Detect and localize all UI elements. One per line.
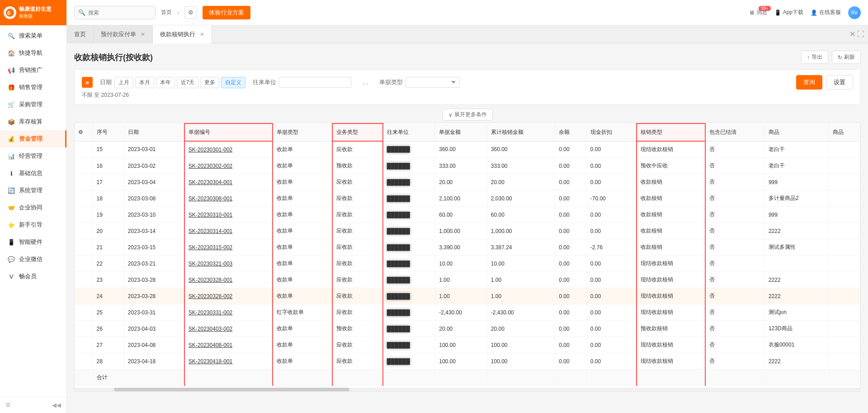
filter-last-month-btn[interactable]: 上月 [114,77,133,88]
th-total-cancel[interactable]: 累计核销金额 [487,123,555,141]
cell-voucher-no[interactable]: SK-20230308-001 [184,190,273,207]
sidebar-item-basic[interactable]: ℹ 基础信息 [0,165,66,182]
topbar-search-input[interactable] [88,9,142,16]
wechat-icon: 💬 [7,255,15,263]
cell-voucher-no[interactable]: SK-20230310-001 [184,207,273,223]
msg-icon: 🖥 [749,9,755,16]
topbar-gear-button[interactable]: ⚙ [184,6,197,19]
cell-goods2 [829,256,860,272]
th-biz-type[interactable]: 业务类型 [332,123,383,141]
cell-unit: ██████ [383,337,435,353]
user-avatar[interactable]: Rit [848,6,861,19]
cell-voucher-no[interactable]: SK-20230328-002 [184,288,273,304]
filter-unit-input[interactable] [279,77,351,88]
cell-amount: 1.00 [435,272,487,288]
topbar: 🔍 首页 › ⚙ 体验行业方案 🖥 消息 99+ 📱 App下载 👤 在线客服 … [67,0,868,25]
table-scrollbar[interactable] [75,388,860,391]
footer-collapse-icon[interactable]: ◀◀ [52,402,61,408]
cell-cancel-type: 现结收款核销 [637,141,705,158]
topbar-service-button[interactable]: 👤 在线客服 [811,9,841,16]
sidebar-item-guide[interactable]: ⭐ 新手引导 [0,216,66,233]
th-balance[interactable]: 余额 [555,123,586,141]
cell-voucher-no[interactable]: SK-20230321-003 [184,256,273,272]
th-cash-discount[interactable]: 现金折扣 [586,123,637,141]
cell-voucher-type: 收款单 [273,321,332,337]
filter-more-btn[interactable]: 更多 [200,77,219,88]
expand-bar: ∨ 展开更多条件 [74,109,861,121]
tab-close-all-icon[interactable]: ✕ [849,30,855,38]
th-unit[interactable]: 往来单位 [383,123,435,141]
sidebar-item-marketing[interactable]: 📢 营销推广 [0,62,66,79]
sidebar-item-purchase[interactable]: 🛒 采购管理 [0,96,66,113]
th-voucher-no[interactable]: 单据编号 [184,123,273,141]
filter-this-year-btn[interactable]: 本年 [156,77,175,88]
sidebar-item-quick[interactable]: 🏠 快捷导航 [0,44,66,62]
sidebar-item-search[interactable]: 🔍 搜索菜单 [0,27,66,44]
th-goods2[interactable]: 商品 [829,123,860,141]
cell-voucher-no[interactable]: SK-20230328-001 [184,272,273,288]
sidebar-item-operation[interactable]: 📊 经营管理 [0,147,66,165]
th-cancel-type[interactable]: 核销类型 [637,123,705,141]
gift-icon: 🎁 [7,83,15,91]
cell-cancel-type: 现结收款核销 [637,272,705,288]
sidebar-item-member[interactable]: V 畅会员 [0,268,66,285]
cell-goods: 999 [764,207,829,223]
tab-prepay-close[interactable]: ✕ [141,31,145,38]
tab-receipts[interactable]: 收款核销执行 ✕ [153,25,212,43]
tab-receipts-close[interactable]: ✕ [200,31,204,38]
filter-unit-label: 往来单位 [253,78,276,86]
expand-conditions-btn[interactable]: ∨ 展开更多条件 [443,109,493,121]
filter-custom-btn[interactable]: 自定义 [221,77,245,88]
filter-dots: ... [359,78,372,86]
th-include-settled[interactable]: 包含已结清 [705,123,764,141]
refresh-button[interactable]: ↻ 刷新 [832,51,861,64]
filter-date-item: 日期 上月 本月 本年 近7天 更多 自定义 [100,77,246,88]
filter-7days-btn[interactable]: 近7天 [177,77,199,88]
cell-voucher-no[interactable]: SK-20230408-001 [184,337,273,353]
cell-voucher-no[interactable]: SK-20230315-002 [184,239,273,256]
export-button[interactable]: ↑ 导出 [801,51,828,64]
cell-voucher-no[interactable]: SK-20230302-002 [184,158,273,174]
sidebar-item-inventory[interactable]: 📦 库存核算 [0,113,66,130]
cell-settings [75,158,93,174]
cell-settings [75,223,93,239]
topbar-msg-button[interactable]: 🖥 消息 99+ [749,9,767,16]
th-goods[interactable]: 商品 [764,123,829,141]
th-voucher-type[interactable]: 单据类型 [273,123,332,141]
industry-solution-button[interactable]: 体验行业方案 [203,6,250,19]
th-settings[interactable]: ⚙ [75,123,93,141]
filter-voucher-type-select[interactable] [406,77,460,88]
topbar-search-box[interactable]: 🔍 [74,6,156,19]
cell-voucher-no[interactable]: SK-20230314-001 [184,223,273,239]
cell-voucher-no[interactable]: SK-20230403-002 [184,321,273,337]
sidebar-item-finance[interactable]: 💰 资金管理 [0,130,66,147]
th-date[interactable]: 日期 [124,123,184,141]
th-amount[interactable]: 单据金额 [435,123,487,141]
cell-cash-discount: 0.00 [586,304,637,321]
tab-expand-icon[interactable]: ⛶ [857,30,864,38]
query-button[interactable]: 查询 [796,75,822,90]
sidebar-item-coop[interactable]: 🤝 企业协同 [0,199,66,216]
settings-button[interactable]: 设置 [826,75,853,90]
table-header-row: ⚙ 序号 日期 单据编号 单据类型 业务类型 往来单位 单据金额 累计核销金额 … [75,123,860,141]
tab-home[interactable]: 首页 [67,25,94,43]
sidebar-item-system[interactable]: 🔄 系统管理 [0,182,66,199]
device-icon: 📱 [7,238,15,246]
cell-no: 17 [93,174,124,190]
cell-voucher-no[interactable]: SK-20230331-002 [184,304,273,321]
cell-voucher-no[interactable]: SK-20230304-001 [184,174,273,190]
topbar-app-button[interactable]: 📱 App下载 [774,9,803,16]
cell-unit: ██████ [383,321,435,337]
sidebar-item-hardware[interactable]: 📱 智能硬件 [0,233,66,251]
sidebar-item-wechat[interactable]: 💬 企业微信 [0,251,66,268]
sidebar-item-sales[interactable]: 🎁 销售管理 [0,79,66,96]
table-row: 202023-03-14SK-20230314-001收款单应收款██████1… [75,223,860,239]
cell-voucher-no[interactable]: SK-20230301-002 [184,141,273,158]
tab-prepay[interactable]: 预付款应付单 ✕ [94,25,153,43]
filter-expand-arrow[interactable]: » [82,77,93,88]
filter-this-month-btn[interactable]: 本月 [135,77,154,88]
footer-label-cell: 合计 [93,370,184,386]
footer-settings-icon[interactable]: ⚙ [5,402,11,408]
cell-biz-type: 预收款 [332,321,383,337]
cell-voucher-no[interactable]: SK-20230418-001 [184,353,273,370]
